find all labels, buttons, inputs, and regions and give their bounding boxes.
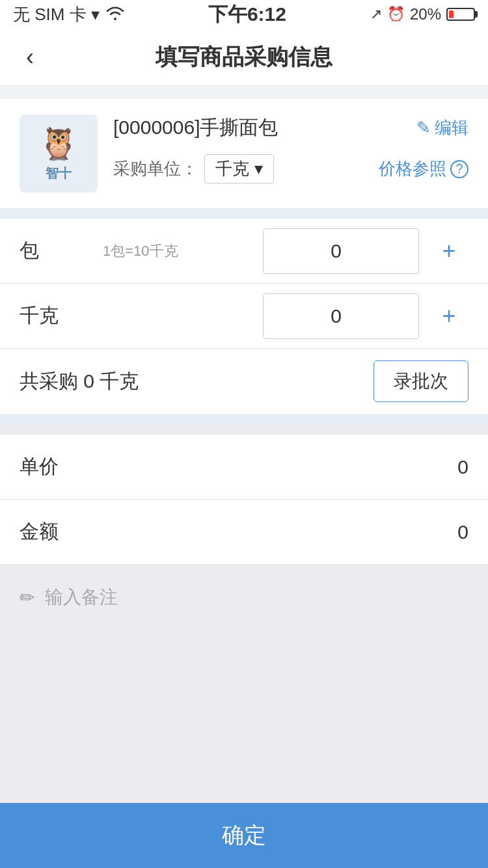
bao-label: 包: [20, 237, 98, 264]
unit-price-label: 单价: [20, 454, 59, 480]
bao-input[interactable]: [263, 228, 419, 274]
batch-button[interactable]: 录批次: [373, 360, 468, 402]
status-time: 下午6:12: [208, 1, 286, 28]
amount-label: 金额: [20, 519, 59, 545]
unit-select[interactable]: 千克 ▾: [204, 154, 274, 183]
kg-input-row: 千克 +: [0, 284, 488, 349]
page-header: ‹ 填写商品采购信息: [0, 29, 488, 86]
product-image: 🦉 智十: [20, 115, 98, 193]
section-divider-1: [0, 208, 488, 219]
bao-input-right: +: [178, 228, 468, 274]
product-name: [0000006]手撕面包: [113, 115, 278, 141]
back-button[interactable]: ‹: [20, 37, 40, 77]
price-ref-button[interactable]: 价格参照 ?: [379, 157, 468, 180]
price-ref-label: 价格参照: [379, 157, 446, 180]
edit-icon: ✎: [416, 118, 431, 138]
edit-button[interactable]: ✎ 编辑: [416, 116, 468, 139]
bao-sublabel: 1包=10千克: [103, 241, 178, 261]
status-right: ↗ ⏰ 20%: [370, 5, 475, 23]
alarm-icon: ⏰: [387, 6, 405, 23]
product-info: [0000006]手撕面包 ✎ 编辑 采购单位： 千克 ▾ 价格参照 ?: [113, 115, 468, 183]
status-bar: 无 SIM 卡 ▾ 下午6:12 ↗ ⏰ 20%: [0, 0, 488, 29]
product-logo-icon: 🦉: [39, 126, 78, 162]
product-logo-text: 智十: [46, 165, 72, 182]
input-section: 包 1包=10千克 + 千克 +: [0, 219, 488, 349]
unit-label: 采购单位：: [113, 157, 198, 180]
unit-price-row: 单价 0: [0, 435, 488, 500]
edit-label: 编辑: [435, 116, 468, 139]
kg-label: 千克: [20, 303, 98, 329]
chevron-down-icon: ▾: [254, 159, 263, 179]
summary-text: 共采购 0 千克: [20, 368, 139, 395]
bao-input-row: 包 1包=10千克 +: [0, 219, 488, 284]
purchase-unit-row: 采购单位： 千克 ▾ 价格参照 ?: [113, 154, 468, 183]
unit-price-value: 0: [457, 456, 468, 478]
kg-input[interactable]: [263, 293, 419, 339]
kg-input-right: +: [98, 293, 468, 339]
summary-section: 共采购 0 千克 录批次: [0, 349, 488, 414]
bottom-spacer: [0, 630, 488, 825]
wifi-icon: [106, 5, 124, 25]
bao-plus-button[interactable]: +: [429, 232, 468, 271]
battery-icon: [446, 8, 475, 21]
page-title: 填写商品采购信息: [156, 42, 332, 72]
summary-row: 共采购 0 千克 录批次: [0, 349, 488, 414]
confirm-label: 确定: [222, 821, 266, 850]
section-divider-2: [0, 414, 488, 424]
sim-label: 无 SIM 卡 ▾: [13, 3, 100, 26]
unit-value: 千克: [215, 157, 249, 180]
notes-section[interactable]: ✏ 输入备注: [0, 565, 488, 630]
pencil-icon: ✏: [20, 587, 34, 608]
notes-placeholder: 输入备注: [45, 585, 118, 610]
confirm-button[interactable]: 确定: [0, 803, 488, 868]
battery-percent: 20%: [410, 5, 441, 23]
amount-row: 金额 0: [0, 500, 488, 565]
amount-value: 0: [457, 521, 468, 543]
status-left: 无 SIM 卡 ▾: [13, 3, 124, 26]
kg-plus-button[interactable]: +: [429, 297, 468, 336]
price-section: 单价 0 金额 0: [0, 435, 488, 565]
location-icon: ↗: [370, 6, 382, 23]
product-name-row: [0000006]手撕面包 ✎ 编辑: [113, 115, 468, 141]
info-icon: ?: [450, 160, 468, 178]
product-section: 🦉 智十 [0000006]手撕面包 ✎ 编辑 采购单位： 千克 ▾: [0, 99, 488, 208]
